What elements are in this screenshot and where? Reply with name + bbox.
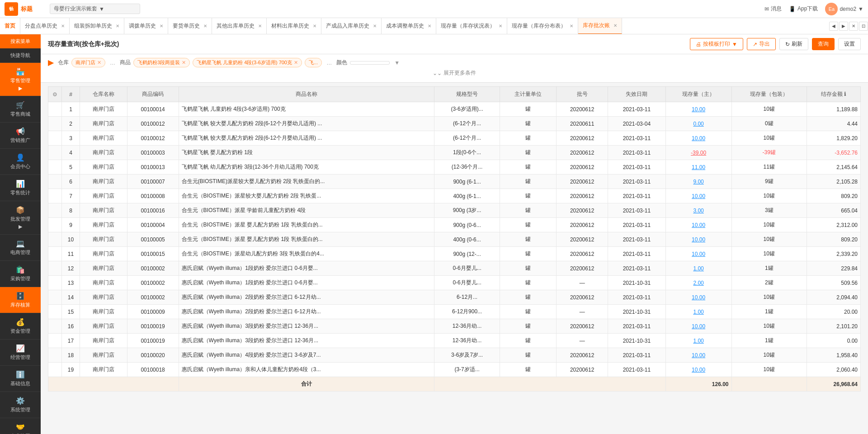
sidebar-item-lingsc[interactable]: 🛒 零售商城: [0, 96, 41, 123]
tab-xiancunzhuang[interactable]: 现存量（库存状况表） ✕: [436, 18, 507, 34]
close-icon[interactable]: ✕: [160, 24, 163, 28]
tab-close-current[interactable]: ✕: [849, 22, 858, 31]
user-menu[interactable]: Ea demo2 ▼: [825, 3, 863, 15]
sidebar-item-huiy[interactable]: 👤 会员中心: [0, 149, 41, 175]
row-qty-main[interactable]: 11.00: [665, 160, 731, 175]
color-input[interactable]: [350, 61, 390, 65]
close-icon[interactable]: ✕: [613, 23, 617, 28]
table-row: 17南岸门店00100019惠氏启赋（Wyeth illuma）3段奶粉 爱尔兰…: [48, 334, 861, 348]
tab-qitachu[interactable]: 其他出库单历史 ✕: [212, 18, 267, 34]
sidebar-item-lingst[interactable]: 📊 零售统计: [0, 175, 41, 201]
tab-fullscreen[interactable]: ⊡: [859, 22, 868, 31]
row-qty-main[interactable]: 10.00: [665, 189, 731, 203]
color-dropdown-arrow[interactable]: ▼: [394, 60, 400, 66]
row-expire: 2021-03-11: [608, 175, 666, 189]
tab-yaohuo[interactable]: 要货单历史 ✕: [168, 18, 212, 34]
row-name: 飞鹤星飞帆 较大婴儿配方奶粉 2段(6-12个月婴幼儿适用) ...: [179, 117, 434, 131]
row-qty-main[interactable]: 1.00: [665, 261, 731, 276]
row-batch: 20200612: [557, 189, 608, 203]
export-button[interactable]: ↗ 导出: [747, 38, 776, 50]
row-qty-main[interactable]: 10.00: [665, 218, 731, 232]
query-button[interactable]: 查询: [812, 38, 835, 50]
row-qty-main[interactable]: 10.00: [665, 290, 731, 305]
row-qty-main[interactable]: 10.00: [665, 363, 731, 377]
close-icon[interactable]: ✕: [428, 24, 431, 28]
sidebar-item-zijin[interactable]: 💰 资金管理: [0, 313, 41, 340]
row-unit: 罐: [500, 305, 556, 319]
sidebar-item-pifa[interactable]: 📦 批发管理 ▶: [0, 201, 41, 235]
close-icon[interactable]: ✕: [373, 24, 377, 28]
table-row: 19南岸门店00100018惠氏启赋（Wyeth illuma）亲和人体儿童配方…: [48, 363, 861, 377]
app-download-button[interactable]: 📱 App下载: [789, 5, 818, 13]
message-button[interactable]: ✉ 消息: [764, 5, 782, 13]
sidebar-item-jichu[interactable]: ℹ️ 基础信息: [0, 366, 41, 392]
row-unit: 罐: [500, 261, 556, 276]
close-icon[interactable]: ✕: [313, 24, 316, 28]
tab-chengbentiao[interactable]: 成本调整单历史 ✕: [382, 18, 436, 34]
product-tag-2[interactable]: 飞鹤星飞帆 儿童奶粉 4段(3-6岁适用) 700克 ✕: [193, 58, 302, 67]
tab-zuhe[interactable]: 组装拆卸单历史 ✕: [70, 18, 124, 34]
close-icon[interactable]: ✕: [258, 24, 262, 28]
row-qty-main[interactable]: 3.00: [665, 203, 731, 218]
tab-prev-arrow[interactable]: ◀: [829, 22, 838, 31]
row-qty-main[interactable]: 10.00: [665, 348, 731, 363]
row-qty-main[interactable]: 10.00: [665, 131, 731, 146]
table-settings-icon[interactable]: ⚙: [52, 91, 57, 98]
account-selector[interactable]: 母婴行业演示账套 ▼: [50, 4, 140, 14]
row-qty-main[interactable]: 10.00: [665, 247, 731, 261]
row-spec: (6-12个月...: [434, 117, 500, 131]
row-qty-main[interactable]: 0.00: [665, 117, 731, 131]
row-qty-main[interactable]: 2.00: [665, 276, 731, 290]
sidebar-item-jingying[interactable]: 📈 经营管理: [0, 340, 41, 366]
tab-home[interactable]: 首页: [0, 18, 20, 34]
tab-kucunpici[interactable]: 库存批次账 ✕: [578, 18, 622, 34]
close-icon[interactable]: ✕: [61, 24, 65, 28]
remove-product-filter-2[interactable]: ✕: [294, 60, 298, 66]
row-checkbox: [48, 189, 62, 203]
sidebar-item-xitong[interactable]: ⚙️ 系统管理: [0, 392, 41, 418]
sidebar-item-diansh[interactable]: 💻 电商管理: [0, 235, 41, 261]
sidebar-search[interactable]: 搜索菜单: [0, 34, 41, 48]
warehouse-more[interactable]: …: [110, 60, 115, 66]
row-qty-main[interactable]: 10.00: [665, 319, 731, 334]
remove-product-filter-1[interactable]: ✕: [182, 60, 186, 66]
row-qty-main[interactable]: 1.00: [665, 305, 731, 319]
close-icon[interactable]: ✕: [499, 24, 502, 28]
warehouse-tag[interactable]: 南岸门店 ✕: [71, 58, 105, 67]
close-icon[interactable]: ✕: [203, 24, 207, 28]
sidebar-quick-nav[interactable]: 快捷导航: [0, 48, 41, 63]
product-more[interactable]: …: [326, 60, 332, 66]
row-num: 6: [62, 175, 80, 189]
row-qty-main[interactable]: 10.00: [665, 232, 731, 247]
row-code: 00100003: [127, 146, 179, 160]
row-qty-main[interactable]: -39.00: [665, 146, 731, 160]
row-qty-main[interactable]: 1.00: [665, 334, 731, 348]
sidebar-item-caig[interactable]: 🛍️ 采购管理: [0, 261, 41, 287]
row-expire: 2021-03-11: [608, 247, 666, 261]
tab-cailiaochu[interactable]: 材料出库单历史 ✕: [267, 18, 321, 34]
tab-next-arrow[interactable]: ▶: [839, 22, 848, 31]
tab-xiancunfen[interactable]: 现存量（库存分布表） ✕: [507, 18, 578, 34]
tab-chanchenru[interactable]: 产成品入库单历史 ✕: [321, 18, 382, 34]
row-qty-main[interactable]: 9.00: [665, 175, 731, 189]
sidebar-item-qiye[interactable]: 🤝 企业协同: [0, 418, 41, 434]
row-unit: 罐: [500, 117, 556, 131]
sidebar-item-kuch[interactable]: 🗄️ 库存核算: [0, 287, 41, 313]
close-icon[interactable]: ✕: [570, 24, 573, 28]
print-button[interactable]: 🖨 按模板打印 ▼: [690, 38, 743, 50]
product-tag-3[interactable]: 飞...: [305, 58, 322, 67]
sidebar-item-yingx[interactable]: 📢 营销推广: [0, 123, 41, 149]
expand-more-button[interactable]: ⌄⌄ 展开更多条件: [48, 67, 861, 79]
refresh-button[interactable]: ↻ 刷新: [779, 38, 808, 50]
remove-warehouse-filter[interactable]: ✕: [97, 60, 101, 66]
settings-button[interactable]: 设置: [838, 38, 861, 50]
filter-expand-arrow[interactable]: ▶: [48, 58, 53, 67]
row-unit: 罐: [500, 290, 556, 305]
product-tag-1[interactable]: 飞鹤奶粉3段两提装 ✕: [133, 58, 190, 67]
tab-fenpan[interactable]: 分盘点单历史 ✕: [20, 18, 70, 34]
tab-tiaob[interactable]: 调拨单历史 ✕: [124, 18, 168, 34]
sidebar-item-lingsh[interactable]: 🏪 零售管理 ▶: [0, 63, 41, 96]
row-batch: 20200612: [557, 102, 608, 117]
row-qty-main[interactable]: 10.00: [665, 102, 731, 117]
close-icon[interactable]: ✕: [116, 24, 119, 28]
